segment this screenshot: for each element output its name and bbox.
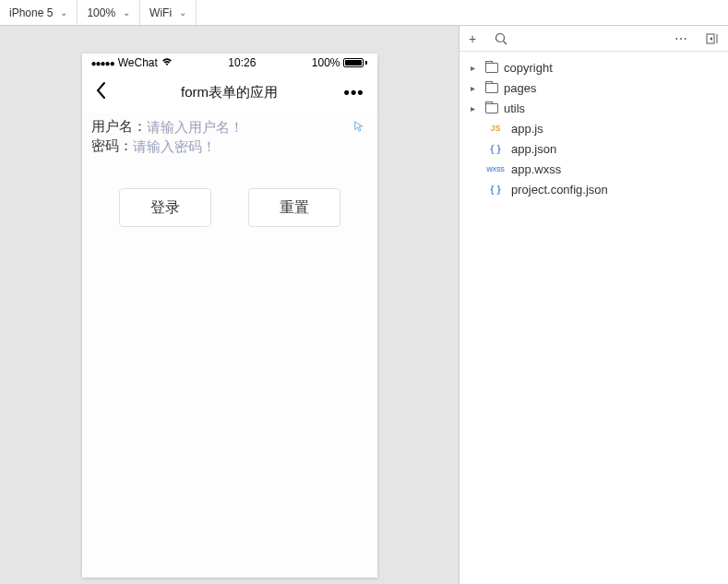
file-name: app.js [511,122,543,136]
username-input[interactable] [147,119,353,135]
chevron-down-icon: ⌄ [179,7,186,18]
time-label: 10:26 [228,56,256,69]
button-row: 登录 重置 [91,188,368,227]
cursor-icon [353,120,368,135]
file-type-icon: { } [485,184,506,195]
caret-icon: ▸ [471,83,480,93]
folder-name: copyright [504,61,553,75]
caret-icon: ▸ [471,63,480,73]
nav-bar: form表单的应用 ••• [82,72,377,113]
username-label: 用户名： [91,118,147,136]
file-type-icon: WXSS [485,166,506,173]
file-name: app.wxss [511,162,561,176]
reset-button[interactable]: 重置 [248,188,340,227]
phone-frame: ●●●●● WeChat 10:26 100% [82,54,377,578]
search-button[interactable] [495,32,507,45]
wifi-icon [161,56,173,69]
zoom-label: 100% [87,6,115,19]
svg-line-1 [504,41,507,44]
simulator-pane: ●●●●● WeChat 10:26 100% [0,26,459,584]
page-content: 用户名： 密码： 登录 重置 [82,113,377,578]
svg-point-0 [496,33,505,42]
folder-icon [485,63,498,73]
explorer-toolbar: + ⋯ [459,26,728,52]
network-selector[interactable]: WiFi ⌄ [140,0,197,25]
signal-icon: ●●●●● [91,58,114,68]
main-area: ●●●●● WeChat 10:26 100% [0,26,728,584]
file-row[interactable]: WXSSapp.wxss [459,159,728,179]
battery-label: 100% [312,56,340,69]
folder-icon [485,83,498,93]
file-name: app.json [511,142,556,156]
top-toolbar: iPhone 5 ⌄ 100% ⌄ WiFi ⌄ [0,0,728,26]
password-input[interactable] [133,138,368,154]
file-name: project.config.json [511,183,608,197]
page-title: form表单的应用 [82,84,377,101]
status-bar: ●●●●● WeChat 10:26 100% [82,54,377,72]
file-explorer-pane: + ⋯ ▸copyright▸pages▸utilsJSapp.js{ }app… [459,26,728,584]
folder-icon [485,103,498,113]
more-options-button[interactable]: ⋯ [674,31,687,46]
chevron-down-icon: ⌄ [60,7,67,18]
back-button[interactable] [95,81,106,104]
folder-name: pages [504,81,536,95]
zoom-selector[interactable]: 100% ⌄ [78,0,140,25]
device-label: iPhone 5 [9,6,53,19]
caret-icon: ▸ [471,103,480,113]
battery-icon [343,58,367,67]
file-row[interactable]: { }app.json [459,138,728,159]
network-label: WiFi [149,6,172,19]
carrier-label: WeChat [118,56,158,69]
password-label: 密码： [91,137,133,155]
username-field: 用户名： [91,118,368,136]
login-button[interactable]: 登录 [119,188,211,227]
folder-row[interactable]: ▸pages [459,77,728,98]
folder-row[interactable]: ▸utils [459,98,728,118]
file-type-icon: JS [485,124,506,133]
collapse-panel-button[interactable] [706,32,719,45]
folder-name: utils [504,101,525,115]
file-type-icon: { } [485,143,506,154]
device-selector[interactable]: iPhone 5 ⌄ [0,0,78,25]
file-row[interactable]: JSapp.js [459,118,728,138]
folder-row[interactable]: ▸copyright [459,57,728,77]
add-button[interactable]: + [469,31,476,46]
chevron-down-icon: ⌄ [123,7,130,18]
password-field: 密码： [91,137,368,155]
more-button[interactable]: ••• [344,83,364,102]
file-row[interactable]: { }project.config.json [459,179,728,199]
file-tree: ▸copyright▸pages▸utilsJSapp.js{ }app.jso… [459,52,728,205]
